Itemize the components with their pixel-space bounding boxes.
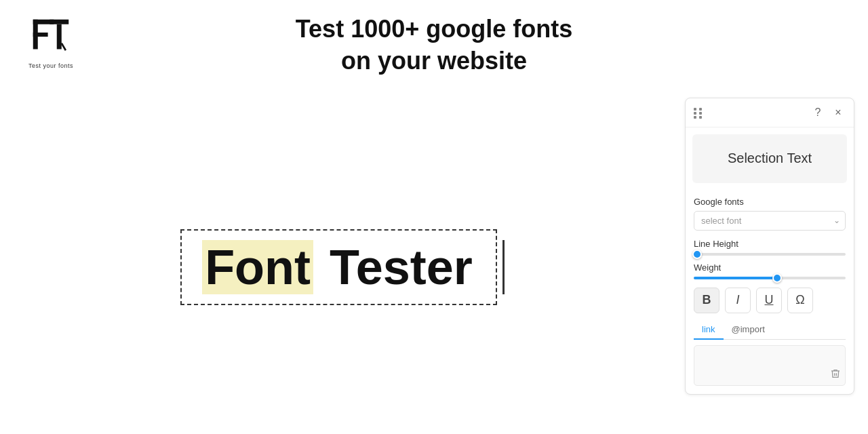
- text-box-container: Font Tester: [180, 229, 505, 305]
- reset-button[interactable]: Ω: [787, 288, 813, 313]
- weight-section: Weight: [694, 262, 846, 279]
- help-button[interactable]: ?: [810, 105, 825, 120]
- demo-text: Font Tester: [202, 240, 475, 294]
- output-tabs: link @import: [694, 320, 846, 340]
- line-height-track: [694, 253, 846, 256]
- page-title: Test 1000+ google fonts on your website: [27, 14, 841, 77]
- trash-icon: [830, 368, 841, 379]
- logo-icon: [27, 14, 75, 61]
- text-cursor: [502, 240, 505, 294]
- tab-import[interactable]: @import: [724, 320, 773, 340]
- code-output-area: [694, 345, 846, 386]
- bold-button[interactable]: B: [694, 288, 719, 313]
- line-height-section: Line Height: [694, 239, 846, 256]
- format-buttons: B I U Ω: [694, 288, 846, 313]
- header: Test your fonts Test 1000+ google fonts …: [0, 0, 868, 91]
- panel-body: Google fonts select font ⌄ Line Height W…: [686, 189, 854, 394]
- font-select-wrapper: select font ⌄: [694, 211, 846, 231]
- dashed-text-box[interactable]: Font Tester: [180, 229, 497, 305]
- font-tester-panel: ? × Selection Text Google fonts select f…: [685, 98, 854, 395]
- selection-preview: Selection Text: [692, 134, 847, 183]
- underline-button[interactable]: U: [756, 288, 782, 313]
- panel-header: ? ×: [686, 98, 854, 127]
- svg-rect-2: [33, 33, 48, 37]
- selection-preview-text: Selection Text: [728, 151, 812, 166]
- svg-rect-3: [50, 20, 68, 24]
- word-tester: Tester: [327, 240, 475, 294]
- logo-tagline: Test your fonts: [28, 62, 73, 69]
- panel-header-left: [694, 108, 703, 117]
- italic-button[interactable]: I: [725, 288, 751, 313]
- svg-line-5: [62, 43, 66, 51]
- close-button[interactable]: ×: [831, 105, 846, 120]
- tab-link[interactable]: link: [694, 320, 724, 340]
- panel-header-right: ? ×: [810, 105, 846, 120]
- logo-area: Test your fonts: [27, 14, 75, 69]
- weight-track: [694, 277, 846, 279]
- svg-rect-4: [57, 24, 62, 50]
- google-fonts-label: Google fonts: [694, 197, 846, 207]
- drag-handle-icon[interactable]: [694, 108, 703, 117]
- trash-button[interactable]: [830, 368, 841, 381]
- font-select[interactable]: select font: [694, 211, 846, 231]
- demo-area: Font Tester: [0, 98, 685, 434]
- main-content: Font Tester ? ×: [0, 98, 868, 434]
- word-font: Font: [202, 240, 313, 294]
